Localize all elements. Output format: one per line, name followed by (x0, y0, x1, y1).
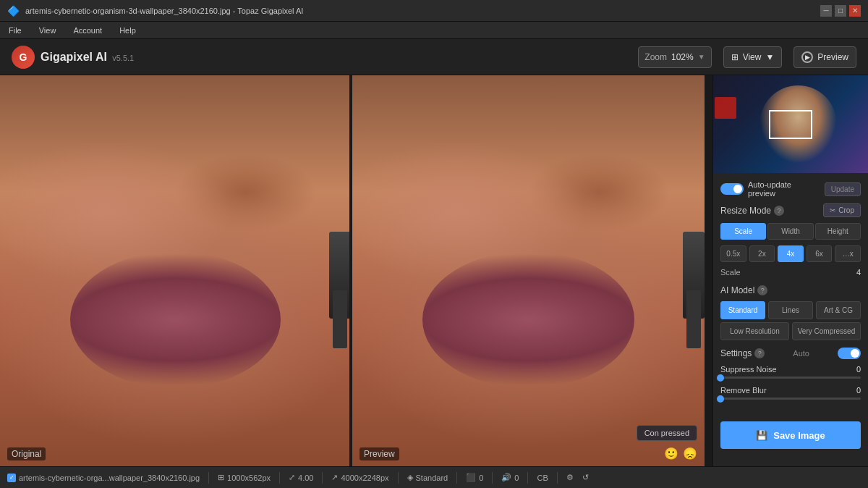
original-label: Original (7, 447, 46, 460)
settings-row: Settings ? Auto (720, 348, 861, 359)
status-input-icon: ⊞ (218, 473, 224, 482)
menu-help[interactable]: Help (116, 25, 139, 36)
thumbnail-image (713, 75, 868, 173)
menu-view[interactable]: View (36, 25, 59, 36)
app-name: Gigapixel AI (41, 51, 107, 63)
resize-mode-tabs: Scale Width Height (720, 223, 861, 240)
view-button[interactable]: ⊞ View ▼ (723, 46, 783, 68)
status-input-size: 1000x562px (227, 474, 271, 482)
chevron-down-icon: ▼ (698, 53, 705, 61)
sad-emoji-button[interactable]: 😞 (683, 447, 697, 460)
status-count1-icon: ⬛ (466, 473, 476, 482)
scale-2x[interactable]: 2x (749, 245, 775, 262)
resize-mode-header: Resize Mode ? ✂ Crop (720, 203, 861, 217)
status-count1-item: ⬛ 0 (466, 473, 483, 482)
suppress-noise-row: Suppress Noise 0 (720, 365, 861, 374)
status-count2: 0 (514, 474, 519, 482)
status-cb-item: CB (537, 474, 548, 482)
titlebar-controls[interactable]: ─ □ ✕ (820, 5, 861, 17)
happy-emoji-button[interactable]: 🙂 (664, 447, 678, 460)
statusbar: ✓ artemis-cybernetic-orga...wallpaper_38… (0, 466, 868, 488)
scale-4x[interactable]: 4x (778, 245, 804, 262)
status-input-size-item: ⊞ 1000x562px (218, 473, 271, 482)
app-name-area: Gigapixel AI v5.5.1 (41, 51, 134, 64)
auto-label: Auto (793, 349, 809, 358)
save-icon: 💾 (756, 430, 767, 441)
ai-model-header: AI Model ? (720, 285, 861, 295)
suppress-noise-thumb[interactable] (717, 374, 724, 382)
grid-icon: ⊞ (731, 52, 739, 62)
status-divider-2 (279, 472, 280, 484)
titlebar-left: 🔷 artemis-cybernetic-organism-3d-wallpap… (7, 5, 303, 17)
status-refresh-icon[interactable]: ↺ (582, 473, 589, 482)
panel-divider (349, 75, 352, 466)
model-very-compressed[interactable]: Very Compressed (792, 322, 861, 340)
main-content: Original Preview 🙂 😞 Con pressed (0, 75, 868, 466)
window-icon: 🔷 (7, 5, 20, 17)
app-logo-icon: G (12, 46, 35, 69)
status-settings-icon[interactable]: ⚙ (566, 473, 574, 482)
save-image-button[interactable]: 💾 Save Image (720, 421, 861, 449)
crop-label: Crop (838, 206, 854, 214)
emoji-area[interactable]: 🙂 😞 (664, 447, 697, 460)
model-standard[interactable]: Standard (720, 301, 765, 319)
auto-update-toggle[interactable] (720, 183, 744, 195)
sidebar-controls: Auto-update preview Update Resize Mode ?… (713, 173, 868, 414)
scale-0.5x[interactable]: 0.5x (720, 245, 746, 262)
model-lines[interactable]: Lines (768, 301, 813, 319)
ai-model-help-icon[interactable]: ? (757, 285, 767, 295)
settings-auto-toggle[interactable] (838, 348, 861, 359)
tab-width[interactable]: Width (767, 223, 813, 240)
view-chevron-icon: ▼ (765, 52, 774, 62)
maximize-button[interactable]: □ (835, 5, 846, 17)
model-low-resolution[interactable]: Low Resolution (720, 322, 789, 340)
status-cb-label: CB (537, 474, 548, 482)
titlebar-title: artemis-cybernetic-organism-3d-wallpaper… (25, 7, 303, 15)
status-scale-icon: ⤢ (289, 473, 295, 482)
scale-6x[interactable]: 6x (807, 245, 833, 262)
crop-button[interactable]: ✂ Crop (823, 203, 861, 217)
close-button[interactable]: ✕ (849, 5, 861, 17)
preview-face-image (352, 75, 705, 466)
thumbnail-area (713, 75, 868, 173)
resize-mode-title: Resize Mode ? (720, 206, 784, 216)
remove-blur-thumb[interactable] (717, 395, 724, 403)
model-grid-top: Standard Lines Art & CG (720, 301, 861, 319)
suppress-noise-track (720, 376, 861, 379)
status-count2-icon: 🔊 (501, 473, 511, 482)
auto-update-row: Auto-update preview Update (720, 180, 861, 198)
model-art-cg[interactable]: Art & CG (816, 301, 861, 319)
status-divider-1 (208, 472, 209, 484)
scale-value-row: Scale 4 (720, 268, 861, 277)
menu-account[interactable]: Account (70, 25, 105, 36)
thumbnail-red-accent (715, 97, 736, 119)
preview-button[interactable]: ▶ Preview (793, 46, 856, 68)
settings-help-icon[interactable]: ? (754, 348, 765, 358)
ai-model-title: AI Model ? (720, 285, 767, 295)
status-divider-7 (527, 472, 528, 484)
scale-custom[interactable]: …x (835, 245, 861, 262)
minimize-button[interactable]: ─ (820, 5, 832, 17)
menubar: File View Account Help (0, 22, 868, 39)
ai-model-section: AI Model ? Standard Lines Art & CG Low R… (720, 285, 861, 340)
status-output-size: 4000x2248px (341, 474, 388, 482)
zoom-control[interactable]: Zoom 102% ▼ (638, 46, 711, 68)
status-divider-4 (398, 472, 399, 484)
status-divider-6 (492, 472, 493, 484)
suppress-noise-value: 0 (856, 365, 861, 374)
suppress-noise-section: Suppress Noise 0 (720, 365, 861, 379)
save-label: Save Image (773, 430, 825, 441)
tab-height[interactable]: Height (815, 223, 861, 240)
scale-options: 0.5x 2x 4x 6x …x (720, 245, 861, 262)
menu-file[interactable]: File (6, 25, 25, 36)
mechanical-left-2 (333, 290, 347, 348)
settings-text: Settings (720, 348, 752, 358)
update-button[interactable]: Update (825, 182, 861, 196)
toolbar: G Gigapixel AI v5.5.1 Zoom 102% ▼ ⊞ View… (0, 39, 868, 75)
tab-scale[interactable]: Scale (720, 223, 766, 240)
resize-mode-help-icon[interactable]: ? (774, 206, 784, 216)
status-refresh-item[interactable]: ↺ (582, 473, 589, 482)
preview-panel: Preview 🙂 😞 Con pressed (352, 75, 705, 466)
status-settings-item[interactable]: ⚙ (566, 473, 574, 482)
titlebar: 🔷 artemis-cybernetic-organism-3d-wallpap… (0, 0, 868, 22)
